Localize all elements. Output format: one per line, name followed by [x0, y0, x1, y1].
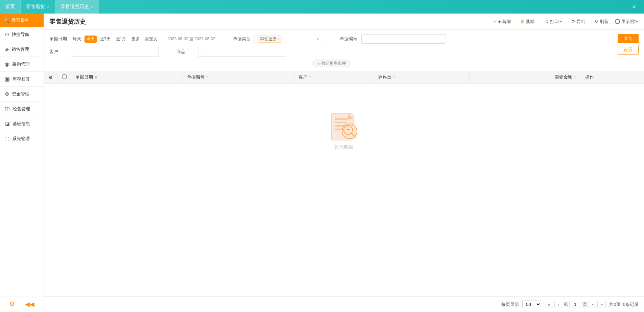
refresh-button[interactable]: ↻ 刷新 — [592, 17, 611, 26]
col-date[interactable]: 单据日期 ⇅ — [71, 71, 183, 84]
first-page-button[interactable]: « — [545, 301, 553, 308]
svg-rect-1 — [335, 118, 348, 120]
empty-illustration — [325, 107, 362, 144]
page-title: 零售退货历史 — [49, 18, 86, 26]
tab-retail-return-label: 零售退货 — [26, 4, 45, 10]
next-page-button[interactable]: › — [589, 301, 596, 308]
page-label: 页 — [583, 302, 587, 308]
date-btn-more[interactable]: 更多 — [129, 36, 142, 43]
tab-retail-return[interactable]: 零售退货 × — [21, 0, 55, 14]
type-tag-remove[interactable]: × — [278, 37, 280, 41]
goods-placeholder: ... — [201, 49, 205, 54]
sidebar-item-purchase[interactable]: ◉ 采购管理 — [0, 57, 44, 72]
sidebar-item-finance[interactable]: ⊛ 资金管理 — [0, 87, 44, 102]
date-options: 昨天 今天 近7天 近1月 更多 自定义 — [71, 36, 159, 43]
date-sort-icon: ⇅ — [95, 75, 97, 79]
date-btn-1month[interactable]: 近1月 — [114, 36, 128, 43]
refresh-icon: ↻ — [595, 19, 598, 24]
page-nav: « ‹ 第 页 › » — [545, 301, 606, 308]
sidebar-item-operations[interactable]: ◫ 经营管理 — [0, 102, 44, 116]
sidebar-search[interactable]: 🔍 搜索菜单 — [0, 14, 44, 27]
show-detail-checkbox-area[interactable]: 显示明细 — [615, 19, 639, 25]
sidebar-item-system[interactable]: ◌ 系统管理 — [0, 131, 44, 146]
query-button[interactable]: 查询 — [618, 34, 639, 43]
table-body: 暂无数据 — [44, 84, 644, 167]
last-page-button[interactable]: » — [597, 301, 606, 308]
print-button[interactable]: 🖨 打印 ▾ — [542, 17, 565, 26]
prev-page-button[interactable]: ‹ — [554, 301, 562, 308]
system-icon: ◌ — [5, 135, 9, 142]
col-settings[interactable]: ⚙ — [44, 71, 57, 84]
show-detail-label: 显示明细 — [621, 19, 639, 25]
show-detail-checkbox[interactable] — [615, 19, 620, 24]
customer-placeholder: ... — [74, 49, 78, 54]
date-range: 2023-06-02 至 2023-06-02 — [167, 36, 215, 42]
col-guide[interactable]: 导购员 ⇅ — [374, 71, 470, 84]
action-buttons: 查询 设置 — [618, 34, 639, 55]
date-btn-yesterday[interactable]: 昨天 — [71, 36, 83, 43]
type-select[interactable]: 零售退货 × ▾ — [255, 34, 322, 44]
col-amount[interactable]: 实销金额 ⇅ — [470, 71, 581, 84]
customer-sort-icon: ⇅ — [309, 75, 312, 79]
date-btn-7days[interactable]: 近7天 — [98, 36, 113, 43]
customer-input[interactable]: ... — [71, 47, 159, 57]
sidebar-item-label: 系统管理 — [12, 136, 30, 142]
sidebar-item-label: 销售管理 — [11, 46, 29, 52]
sidebar-bottom: ⚙ ◀◀ — [0, 296, 44, 312]
col-bill-no[interactable]: 单据编号 ⇅ — [183, 71, 294, 84]
page-number-input[interactable] — [569, 301, 581, 308]
sidebar-item-label: 快捷导航 — [12, 31, 29, 38]
base-info-icon: ◪ — [5, 120, 10, 127]
quick-nav-icon: ⊙ — [5, 31, 9, 38]
window-close-button[interactable]: × — [629, 3, 639, 10]
sidebar-item-base-info[interactable]: ◪ 基础信息 — [0, 116, 44, 131]
bill-no-input[interactable] — [361, 34, 446, 44]
type-tag: 零售退货 × — [258, 36, 282, 43]
tab-retail-return-history-label: 零售退货历史 — [61, 4, 89, 10]
header-row: ⚙ 单据日期 ⇅ 单据编号 ⇅ 客户 — [44, 71, 644, 84]
top-bar: 首页 零售退货 × 零售退货历史 × × — [0, 0, 644, 14]
sidebar-item-quick-nav[interactable]: ⊙ 快捷导航 — [0, 27, 44, 42]
settings-icon[interactable]: ⚙ — [9, 300, 15, 308]
export-icon: ⊙ — [571, 19, 575, 24]
guide-sort-icon: ⇅ — [393, 75, 396, 79]
table-area: ⚙ 单据日期 ⇅ 单据编号 ⇅ 客户 — [44, 71, 644, 296]
add-button[interactable]: ＋ + 新增 — [490, 17, 514, 26]
no-data-container: 暂无数据 — [48, 87, 640, 164]
svg-rect-2 — [335, 122, 347, 123]
page-header: 零售退货历史 ＋ + 新增 🗑 删除 🖨 打印 ▾ ⊙ 导出 — [44, 14, 644, 30]
col-customer[interactable]: 客户 ⇅ — [294, 71, 374, 84]
collapse-up-icon: ∧ — [317, 61, 320, 66]
filter-settings-button[interactable]: 设置 — [618, 45, 639, 55]
customer-label: 客户 — [49, 49, 68, 55]
tab-retail-return-close[interactable]: × — [47, 4, 49, 9]
finance-icon: ⊛ — [5, 91, 9, 97]
sidebar: 🔍 搜索菜单 ⊙ 快捷导航 ◈ 销售管理 ◉ 采购管理 ▣ 库存核算 ⊛ 资金管… — [0, 14, 44, 312]
date-btn-custom[interactable]: 自定义 — [143, 36, 159, 43]
date-label: 单据日期 — [49, 36, 68, 42]
date-btn-today[interactable]: 今天 — [85, 36, 97, 43]
data-table: ⚙ 单据日期 ⇅ 单据编号 ⇅ 客户 — [44, 71, 644, 167]
filter-area: 单据日期 昨天 今天 近7天 近1月 更多 自定义 2023-06-02 至 2… — [44, 30, 644, 71]
tab-home[interactable]: 首页 — [0, 0, 21, 14]
goods-input[interactable]: ... — [198, 47, 286, 57]
tab-retail-return-history-close[interactable]: × — [91, 4, 93, 9]
sidebar-item-inventory[interactable]: ▣ 库存核算 — [0, 72, 44, 87]
collapse-button[interactable]: ∧ 收起更多条件 — [312, 60, 351, 67]
toolbar: ＋ + 新增 🗑 删除 🖨 打印 ▾ ⊙ 导出 ↻ — [490, 17, 639, 26]
tab-retail-return-history[interactable]: 零售退货历史 × — [55, 0, 99, 14]
search-icon: 🔍 — [4, 18, 9, 23]
filter-customer-item: 客户 ... — [49, 47, 159, 57]
audio-icon[interactable]: ◀◀ — [25, 300, 34, 308]
filter-date-item: 单据日期 昨天 今天 近7天 近1月 更多 自定义 — [49, 36, 162, 43]
page-size-select[interactable]: 50 10 20 100 — [522, 300, 541, 308]
delete-button[interactable]: 🗑 删除 — [518, 17, 538, 26]
purchase-icon: ◉ — [5, 61, 9, 67]
select-all-checkbox[interactable] — [62, 74, 67, 79]
sidebar-item-sales[interactable]: ◈ 销售管理 — [0, 42, 44, 57]
page-word: 第 — [564, 302, 568, 308]
filter-type-item: 单据类型 零售退货 × ▾ — [233, 34, 322, 44]
export-button[interactable]: ⊙ 导出 — [569, 17, 588, 26]
print-caret: ▾ — [560, 20, 562, 23]
pagination-bar: 每页显示 50 10 20 100 « ‹ 第 页 › » 共0页, 0条记录 — [44, 296, 644, 312]
